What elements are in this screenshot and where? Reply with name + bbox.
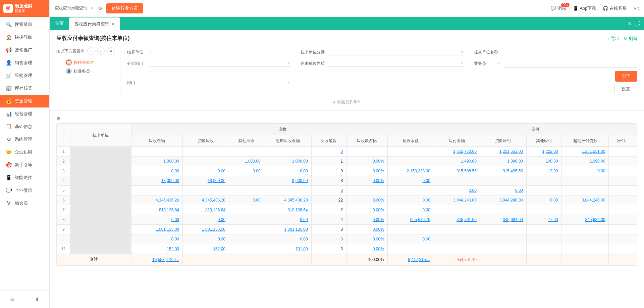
partner-name-input[interactable]: [501, 48, 637, 56]
sidebar-item-search-menu[interactable]: 🔍 搜索菜单: [0, 18, 49, 31]
table-cell[interactable]: 0.00: [229, 195, 264, 205]
table-cell[interactable]: 0: [311, 234, 346, 244]
table-cell[interactable]: 0.00: [183, 215, 229, 225]
table-cell[interactable]: 3,044,240.00: [480, 195, 526, 205]
tab-expand-icon[interactable]: ⛶: [635, 20, 640, 27]
sidebar-item-sales[interactable]: 👤 销售管理: [0, 56, 49, 69]
table-cell[interactable]: 0.00: [131, 234, 182, 244]
table-cell[interactable]: 0.00: [387, 195, 434, 205]
table-cell[interactable]: 0.00%: [346, 234, 388, 244]
table-cell[interactable]: 0.00: [480, 186, 526, 195]
table-cell[interactable]: 0.00: [131, 166, 182, 176]
table-cell[interactable]: 0.00: [131, 215, 182, 225]
table-cell[interactable]: 0.00%: [346, 244, 388, 254]
table-cell[interactable]: 0.00%: [346, 195, 388, 205]
tab-close-icon[interactable]: ✕: [111, 22, 115, 27]
table-cell[interactable]: 345,684.00: [480, 215, 526, 225]
sidebar-item-system[interactable]: ⚙ 系统管理: [0, 133, 49, 146]
setting-button[interactable]: 设置: [614, 84, 637, 94]
table-cell[interactable]: 1,251,551.00: [480, 147, 526, 157]
sidebar-item-smart-hw[interactable]: 📱 智能硬件: [0, 171, 49, 184]
footer-ar-amount[interactable]: 19,553,472.6...: [131, 254, 182, 265]
table-cell[interactable]: 345,761.00: [434, 215, 480, 225]
table-cell[interactable]: 810,126.64: [131, 205, 182, 215]
sidebar-item-basic-info[interactable]: 📋 基础信息: [0, 120, 49, 133]
query-button[interactable]: 查询: [615, 71, 637, 82]
table-cell[interactable]: 9,000.00: [264, 176, 311, 186]
table-cell[interactable]: 655,636.75: [387, 215, 434, 225]
table-cell[interactable]: 0.00: [434, 186, 480, 195]
table-cell[interactable]: 1,001,135.00: [131, 225, 182, 234]
table-cell[interactable]: 13.00: [526, 166, 561, 176]
department-select[interactable]: ▼: [150, 79, 290, 86]
table-cell[interactable]: 0.00%: [346, 157, 388, 166]
table-cell[interactable]: 0.00%: [346, 205, 388, 215]
table-cell[interactable]: 101.00: [264, 244, 311, 254]
table-cell[interactable]: 915,495.56: [480, 166, 526, 176]
table-cell[interactable]: 0.00%: [346, 166, 388, 176]
table-cell[interactable]: 1,490.00: [434, 157, 480, 166]
scheme-collapse-icon[interactable]: «: [107, 47, 115, 55]
tab-home[interactable]: 首页: [50, 17, 69, 30]
promo-button[interactable]: 体验行业方案: [106, 3, 143, 13]
table-cell[interactable]: 915,508.56: [434, 166, 480, 176]
table-cell[interactable]: 100.00: [526, 157, 561, 166]
partner-category-select[interactable]: ▼: [327, 49, 464, 55]
table-cell[interactable]: 152.00: [183, 244, 229, 254]
table-cell[interactable]: 2,153,333.00: [387, 166, 434, 176]
table-cell[interactable]: 0.00: [387, 176, 434, 186]
table-cell[interactable]: 4,345,436.20: [131, 195, 182, 205]
table-cell[interactable]: 0.00: [183, 234, 229, 244]
table-cell[interactable]: 0.00: [387, 234, 434, 244]
table-cell[interactable]: 3,044,240.00: [434, 195, 480, 205]
sidebar-item-finance[interactable]: 💰 资金管理: [0, 95, 49, 107]
collapse-more-button[interactable]: ∧ 收起更多条件: [333, 99, 361, 105]
add-scheme-icon[interactable]: +: [87, 47, 95, 55]
sidebar-item-enterprise[interactable]: 🤝 企业协同: [0, 146, 49, 159]
table-cell[interactable]: 1,390.00: [561, 157, 609, 166]
app-download-button[interactable]: 📱 App下载: [573, 5, 596, 11]
sidebar-item-quick-nav[interactable]: 🏠 快捷导航: [0, 31, 49, 44]
scheme-by-partner[interactable]: 📊 按往来单位: [66, 58, 115, 67]
sidebar-item-guide[interactable]: 🎯 新手引导: [0, 159, 49, 171]
table-cell[interactable]: 1,001,135.00: [264, 225, 311, 234]
collapse-icon[interactable]: ⏸: [32, 295, 42, 305]
header-gear-icon[interactable]: ⚙: [98, 5, 102, 11]
table-cell[interactable]: 0: [311, 186, 346, 195]
sidebar-item-operation[interactable]: 📊 经营管理: [0, 107, 49, 120]
table-cell[interactable]: 18,000.00: [183, 176, 229, 186]
table-cell[interactable]: 0.00: [264, 234, 311, 244]
sidebar-item-marketing[interactable]: 📢 营销推广: [0, 44, 49, 56]
table-cell[interactable]: 4,345,436.20: [264, 195, 311, 205]
settings-bottom-icon[interactable]: ⚙: [8, 294, 16, 305]
sidebar-item-warehouse[interactable]: 🏢 库存核算: [0, 82, 49, 95]
table-cell[interactable]: 0.00: [561, 166, 609, 176]
table-cell[interactable]: 4,345,436.20: [183, 195, 229, 205]
table-cell[interactable]: 1,000.00: [229, 157, 264, 166]
table-cell[interactable]: 1,000.00: [264, 157, 311, 166]
table-cell[interactable]: 1,390.00: [480, 157, 526, 166]
message-button[interactable]: 💬 消息 99+: [551, 5, 566, 11]
table-cell[interactable]: 0.00: [526, 195, 561, 205]
sidebar-item-member[interactable]: Ⅴ 畅会员: [0, 197, 49, 210]
sidebar-item-wechat[interactable]: 💬 企业微信: [0, 184, 49, 197]
settlement-unit-dots[interactable]: ···: [150, 50, 153, 54]
table-cell[interactable]: 0.00: [264, 166, 311, 176]
table-cell[interactable]: 0.00: [183, 166, 229, 176]
table-cell[interactable]: 152.00: [131, 244, 182, 254]
table-cell[interactable]: 0.00: [387, 205, 434, 215]
table-cell[interactable]: 1,251,551.00: [561, 147, 609, 157]
export-button[interactable]: ↑ 导出: [607, 36, 620, 42]
table-cell[interactable]: 1,222.00: [526, 147, 561, 157]
scheme-by-staff[interactable]: 👤 按业务员: [66, 67, 115, 76]
scheme-settings-icon[interactable]: ⊕: [97, 47, 105, 55]
table-cell[interactable]: 810,126.64: [264, 205, 311, 215]
refresh-button[interactable]: ↻ 刷新: [624, 36, 637, 42]
salesperson-dots[interactable]: ···: [497, 61, 500, 66]
table-cell[interactable]: 1,252,773.00: [434, 147, 480, 157]
table-cell[interactable]: 810,126.64: [183, 205, 229, 215]
user-info[interactable]: Rit: [634, 6, 639, 11]
table-cell[interactable]: 0.00: [229, 166, 264, 176]
table-cell[interactable]: 0.00: [264, 215, 311, 225]
tab-close-window-icon[interactable]: ✕: [628, 20, 632, 27]
